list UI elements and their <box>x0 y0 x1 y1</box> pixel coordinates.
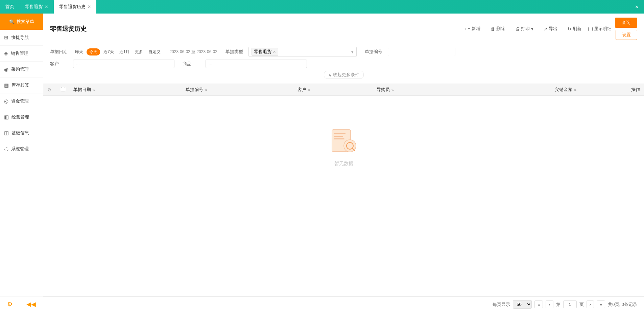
th-guide-sort[interactable]: 导购员 ⇅ <box>377 87 464 93</box>
delete-icon: 🗑 <box>491 26 495 31</box>
th-customer-sort[interactable]: 客户 ⇅ <box>297 87 368 93</box>
sidebar-item-basic-info[interactable]: ◫ 基础信息 <box>0 125 43 141</box>
doc-no-input[interactable] <box>388 48 455 56</box>
tab-retail-return-close[interactable]: ✕ <box>45 4 48 9</box>
collapse-label: 收起更多条件 <box>333 72 359 78</box>
sidebar-item-inventory[interactable]: ▦ 库存核算 <box>0 77 43 93</box>
tab-home[interactable]: 首页 <box>0 0 20 14</box>
delete-button[interactable]: 🗑 删除 <box>487 24 508 34</box>
sidebar-item-quick-nav[interactable]: ⊞ 快捷导航 <box>0 30 43 46</box>
show-detail-label: 显示明细 <box>594 26 612 32</box>
sidebar-item-finance[interactable]: ◎ 资金管理 <box>0 93 43 109</box>
th-doc-date: 单据日期 ⇅ <box>69 84 182 96</box>
th-doc-date-label: 单据日期 <box>73 87 91 93</box>
tab-retail-return-history-label: 零售退货历史 <box>59 4 86 10</box>
new-button[interactable]: + + 新增 <box>460 24 484 34</box>
operations-icon: ◧ <box>4 114 9 120</box>
th-doc-no-sort[interactable]: 单据编号 ⇅ <box>186 87 290 93</box>
page-title: 零售退货历史 <box>50 25 87 33</box>
search-icon: 🔍 <box>9 19 15 24</box>
table-area: ⚙ 单据日期 ⇅ 单据编号 <box>43 84 644 296</box>
sidebar-item-system-mgmt[interactable]: ◌ 系统管理 <box>0 141 43 157</box>
print-label: 打印 <box>521 26 530 32</box>
th-amount-sort[interactable]: 实销金额 ⇅ <box>472 87 576 93</box>
window-close-button[interactable]: ✕ <box>635 4 644 9</box>
inventory-icon: ▦ <box>4 82 9 88</box>
date-filter-group: 单据日期 昨天 今天 近7天 近1月 更多 自定义 2023-06-02 至 2… <box>50 48 217 55</box>
empty-text: 暂无数据 <box>334 161 353 167</box>
first-page-button[interactable]: « <box>534 300 543 308</box>
sales-icon: ◈ <box>4 50 8 57</box>
th-customer: 客户 ⇅ <box>293 84 373 96</box>
column-settings-icon[interactable]: ⚙ <box>47 87 51 92</box>
th-doc-date-sort[interactable]: 单据日期 ⇅ <box>73 87 177 93</box>
date-options: 昨天 今天 近7天 近1月 更多 自定义 <box>73 48 163 55</box>
refresh-label: 刷新 <box>573 26 581 32</box>
total-info: 共0页, 0条记录 <box>608 302 637 308</box>
print-button[interactable]: 🖨 打印 ▾ <box>512 24 537 34</box>
th-amount-label: 实销金额 <box>555 87 572 93</box>
th-checkbox <box>57 84 69 96</box>
select-all-checkbox[interactable] <box>61 87 65 91</box>
date-range-display: 2023-06-02 至 2023-06-02 <box>169 49 217 55</box>
doc-type-filter-group: 单据类型 零售退货 ✕ ▾ <box>225 47 357 57</box>
th-action: 操作 <box>580 84 644 96</box>
top-bar: 首页 零售退货 ✕ 零售退货历史 ✕ ✕ <box>0 0 644 14</box>
export-label: 导出 <box>549 26 557 32</box>
gear-icon[interactable]: ⚙ <box>7 300 13 308</box>
doc-type-tag-value: 零售退货 <box>254 49 271 55</box>
settings-button[interactable]: 设置 <box>616 30 637 40</box>
sidebar-item-purchase-label: 采购管理 <box>11 66 29 72</box>
sort-icon-guide: ⇅ <box>391 88 394 92</box>
tab-retail-return-history[interactable]: 零售退货历史 ✕ <box>54 0 96 14</box>
print-icon: 🖨 <box>515 26 520 31</box>
th-doc-no: 单据编号 ⇅ <box>182 84 294 96</box>
goods-input[interactable] <box>206 60 307 68</box>
last-page-button[interactable]: » <box>597 300 605 308</box>
collapse-button[interactable]: ∧ 收起更多条件 <box>324 71 364 79</box>
sidebar: 🔍 搜索菜单 ⊞ 快捷导航 ◈ 销售管理 ◉ 采购管理 ▦ 库存核算 ◎ 资金管… <box>0 14 43 312</box>
tab-retail-return-history-close[interactable]: ✕ <box>88 4 91 9</box>
system-icon: ◌ <box>4 146 8 152</box>
doc-type-label: 单据类型 <box>225 49 246 55</box>
date-opt-more[interactable]: 更多 <box>133 48 145 55</box>
date-opt-1month[interactable]: 近1月 <box>117 48 132 55</box>
collapse-icon: ∧ <box>328 72 332 77</box>
new-label: + 新增 <box>468 26 480 32</box>
sidebar-item-sales-mgmt[interactable]: ◈ 销售管理 <box>0 46 43 62</box>
th-doc-no-label: 单据编号 <box>186 87 203 93</box>
th-action-label: 操作 <box>631 87 640 92</box>
customer-filter-group: 客户 <box>50 60 174 68</box>
sort-icon-doc-no: ⇅ <box>205 88 207 92</box>
date-opt-yesterday[interactable]: 昨天 <box>73 48 85 55</box>
next-page-button[interactable]: › <box>587 300 594 308</box>
prev-page-button[interactable]: ‹ <box>546 300 553 308</box>
query-actions: 查询 设置 <box>615 18 637 40</box>
content-area: 零售退货历史 + + 新增 🗑 删除 🖨 打印 ▾ <box>43 14 644 312</box>
sidebar-item-quick-nav-label: 快捷导航 <box>11 35 29 41</box>
date-opt-custom[interactable]: 自定义 <box>146 48 163 55</box>
doc-type-tag: 零售退货 ✕ <box>252 48 278 56</box>
query-button[interactable]: 查询 <box>615 18 637 28</box>
goods-filter-group: 商品 <box>183 60 307 68</box>
doc-type-select[interactable]: 零售退货 ✕ ▾ <box>248 47 357 57</box>
doc-type-tag-close[interactable]: ✕ <box>273 50 276 54</box>
date-opt-today[interactable]: 今天 <box>87 48 100 55</box>
sidebar-item-operations[interactable]: ◧ 经营管理 <box>0 109 43 125</box>
sidebar-search[interactable]: 🔍 搜索菜单 <box>0 14 43 30</box>
empty-icon <box>327 123 361 157</box>
export-button[interactable]: ↗ 导出 <box>540 24 561 34</box>
sidebar-item-purchase-mgmt[interactable]: ◉ 采购管理 <box>0 62 43 77</box>
customer-input[interactable] <box>73 60 174 68</box>
sound-icon[interactable]: ◀◀ <box>26 300 36 308</box>
page-number-input[interactable] <box>563 300 577 308</box>
page-size-select[interactable]: 20 50 100 <box>513 300 532 309</box>
basic-info-icon: ◫ <box>4 130 9 136</box>
th-settings: ⚙ <box>43 84 57 96</box>
date-opt-7days[interactable]: 近7天 <box>101 48 116 55</box>
tab-retail-return[interactable]: 零售退货 ✕ <box>20 0 54 14</box>
refresh-button[interactable]: ↻ 刷新 <box>564 24 585 34</box>
show-detail-checkbox[interactable] <box>588 27 593 31</box>
customer-label: 客户 <box>50 61 70 67</box>
page-size-label: 每页显示 <box>493 302 510 308</box>
